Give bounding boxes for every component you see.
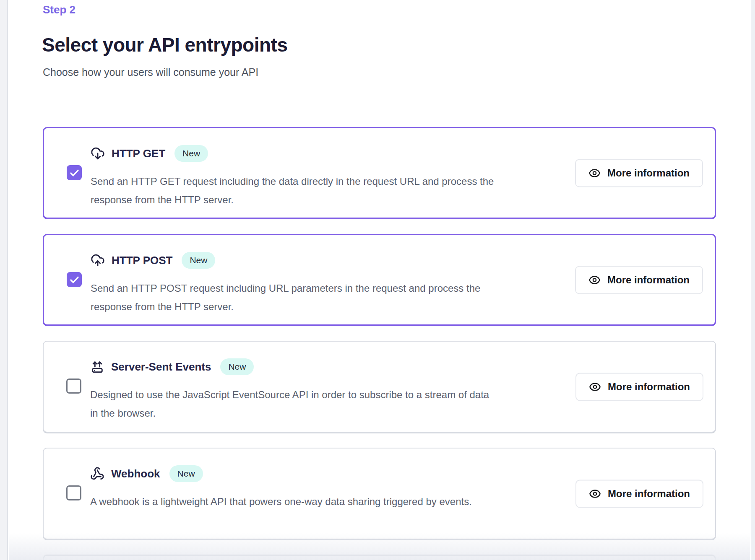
- more-information-button[interactable]: More information: [575, 373, 703, 401]
- card-description: Designed to use the JavaScript EventSour…: [90, 386, 499, 423]
- page-subtitle: Choose how your users will consume your …: [43, 66, 258, 78]
- card-body: Server-Sent Events New Designed to use t…: [90, 358, 535, 423]
- new-badge: New: [182, 252, 215, 269]
- more-information-button[interactable]: More information: [575, 266, 703, 294]
- card-body: HTTP GET New Send an HTTP GET request in…: [91, 145, 535, 209]
- check-icon: [69, 274, 80, 285]
- eye-icon: [589, 381, 601, 393]
- right-gutter: [751, 0, 755, 560]
- card-body: Webhook New A webhook is a lightweight A…: [90, 465, 535, 511]
- entrypoint-card-webhook[interactable]: Webhook New A webhook is a lightweight A…: [43, 448, 716, 539]
- left-gutter: [0, 0, 8, 560]
- cloud-upload-icon: [91, 253, 105, 267]
- more-information-label: More information: [608, 488, 690, 500]
- card-header: HTTP GET New: [91, 145, 535, 162]
- card-description: Send an HTTP GET request including the d…: [91, 172, 500, 209]
- webhook-checkbox[interactable]: [66, 485, 81, 500]
- entrypoint-card-http-post[interactable]: HTTP POST New Send an HTTP POST request …: [43, 234, 716, 326]
- more-information-label: More information: [607, 167, 690, 179]
- new-badge: New: [169, 465, 203, 482]
- more-information-button[interactable]: More information: [575, 480, 703, 508]
- card-header: Server-Sent Events New: [90, 358, 535, 375]
- eye-icon: [588, 167, 601, 179]
- card-description: Send an HTTP POST request including URL …: [91, 279, 500, 316]
- api-entrypoints-step-page: { "page": { "step_label": "Step 2", "tit…: [0, 0, 755, 560]
- more-information-label: More information: [608, 381, 690, 393]
- eye-icon: [589, 487, 601, 500]
- webhook-icon: [90, 467, 104, 481]
- card-description: A webhook is a lightweight API that powe…: [90, 493, 499, 511]
- page-title: Select your API entrypoints: [42, 34, 288, 56]
- http-post-checkbox[interactable]: [67, 272, 82, 287]
- entrypoint-card-list: HTTP GET New Send an HTTP GET request in…: [43, 127, 716, 560]
- card-body: HTTP POST New Send an HTTP POST request …: [91, 252, 535, 316]
- new-badge: New: [174, 145, 208, 162]
- entrypoint-card-partial[interactable]: [43, 555, 716, 560]
- card-title: HTTP GET: [112, 147, 165, 160]
- entrypoint-card-http-get[interactable]: HTTP GET New Send an HTTP GET request in…: [43, 127, 716, 219]
- server-sent-events-checkbox[interactable]: [66, 379, 81, 394]
- stream-up-icon: [90, 360, 104, 374]
- card-header: Webhook New: [90, 465, 535, 482]
- eye-icon: [588, 274, 601, 286]
- cloud-download-icon: [91, 146, 105, 161]
- card-title: Webhook: [111, 467, 160, 480]
- card-title: HTTP POST: [112, 254, 172, 267]
- new-badge: New: [220, 358, 254, 375]
- more-information-button[interactable]: More information: [575, 159, 703, 187]
- card-title: Server-Sent Events: [111, 360, 211, 373]
- more-information-label: More information: [607, 274, 690, 286]
- check-icon: [69, 167, 80, 179]
- card-header: HTTP POST New: [91, 252, 535, 269]
- entrypoint-card-server-sent-events[interactable]: Server-Sent Events New Designed to use t…: [43, 341, 716, 433]
- http-get-checkbox[interactable]: [67, 165, 82, 180]
- step-label: Step 2: [43, 3, 76, 16]
